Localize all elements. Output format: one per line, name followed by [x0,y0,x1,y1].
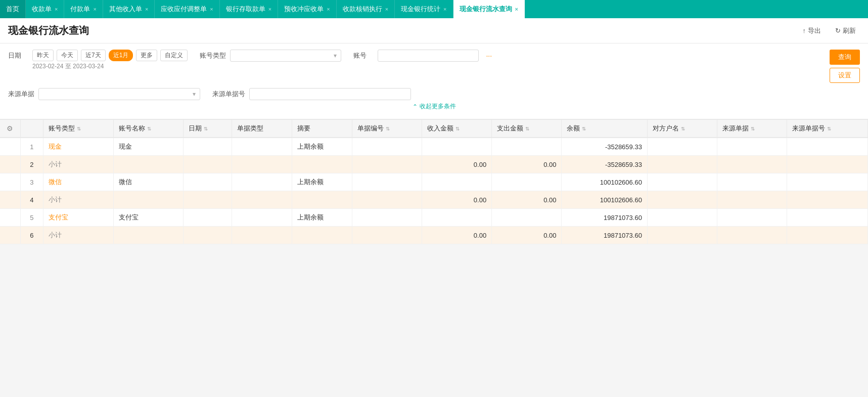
row-summary [292,156,352,173]
row-balance: 19871073.60 [562,209,647,227]
source-doc-select[interactable]: ▾ [38,88,200,100]
table-row: 2小计0.000.00-3528659.33 [0,156,868,173]
th-income[interactable]: 收入金额⇅ [422,120,491,138]
close-tab-icon[interactable]: × [210,6,213,12]
nav-tab-现金银行统计[interactable]: 现金银行统计× [395,0,453,18]
filter-area: 日期 昨天今天近7天近1月更多自定义 2023-02-24 至 2023-03-… [0,43,868,119]
row-summary [292,227,352,244]
close-tab-icon[interactable]: × [443,6,446,12]
row-index: 4 [20,191,43,209]
nav-tab-现金银行流水查询[interactable]: 现金银行流水查询× [453,0,525,18]
nav-tab-银行存取款单[interactable]: 银行存取款单× [220,0,278,18]
nav-tab-收款单[interactable]: 收款单× [26,0,64,18]
account-type-select[interactable]: ▾ [230,50,341,62]
th-date[interactable]: 日期⇅ [184,120,232,138]
nav-tab-其他收入单[interactable]: 其他收入单× [103,0,155,18]
row-source_doc_num [787,227,868,244]
date-btn-自定义[interactable]: 自定义 [160,50,188,61]
th-label-balance: 余额 [567,124,580,133]
th-doc_type: 单据类型 [232,120,292,138]
refresh-icon: ↻ [835,27,841,34]
date-btn-今天[interactable]: 今天 [57,50,78,61]
th-counterpart[interactable]: 对方户名⇅ [647,120,717,138]
sort-icon: ⇅ [77,126,81,131]
row-date [184,156,232,173]
row-balance: -3528659.33 [562,156,647,173]
row-index: 2 [20,156,43,173]
nav-tab-付款单[interactable]: 付款单× [64,0,103,18]
row-account_type: 小计 [43,191,113,209]
row-gear-cell [0,191,20,209]
table-row: 4小计0.000.00100102606.60 [0,191,868,209]
account-filter: 账号 ··· [353,50,495,62]
row-expense [492,138,562,156]
row-account_name [113,191,183,209]
row-date [184,138,232,156]
nav-home-label: 首页 [6,5,19,14]
th-doc_number[interactable]: 单据编号⇅ [352,120,422,138]
account-input[interactable] [378,50,479,62]
row-doc_number [352,156,422,173]
th-account_type[interactable]: 账号类型⇅ [43,120,113,138]
th-label-account_name: 账号名称 [119,124,145,133]
data-table: ⚙账号类型⇅账号名称⇅日期⇅单据类型摘要单据编号⇅收入金额⇅支出金额⇅余额⇅对方… [0,119,868,244]
th-balance[interactable]: 余额⇅ [562,120,647,138]
row-date [184,173,232,191]
th-label-expense: 支出金额 [497,124,523,133]
date-btn-近1月[interactable]: 近1月 [109,50,133,61]
close-tab-icon[interactable]: × [93,6,96,12]
gear-settings-icon[interactable]: ⚙ [7,124,13,133]
row-doc_type [232,173,292,191]
query-button[interactable]: 查询 [830,50,860,65]
nav-tab-应收应付调整单[interactable]: 应收应付调整单× [155,0,219,18]
row-date [184,191,232,209]
nav-tab-label: 付款单 [70,5,90,14]
source-doc-num-input[interactable] [249,88,411,100]
nav-home[interactable]: 首页 [0,0,26,18]
row-gear-cell [0,173,20,191]
account-type-chevron-icon: ▾ [334,52,337,59]
row-index: 3 [20,173,43,191]
row-income: 0.00 [422,227,491,244]
th-label-doc_type: 单据类型 [237,124,263,133]
collapse-bar[interactable]: ⌃ 收起更多条件 [8,100,860,113]
close-tab-icon[interactable]: × [145,6,148,12]
th-label-source_doc: 来源单据 [722,124,749,133]
export-button[interactable]: ↑ 导出 [799,24,826,37]
close-tab-icon[interactable]: × [385,6,388,12]
close-tab-icon[interactable]: × [515,6,518,12]
nav-tab-预收冲应收单[interactable]: 预收冲应收单× [278,0,336,18]
table-row: 6小计0.000.0019871073.60 [0,227,868,244]
row-date [184,227,232,244]
refresh-button[interactable]: ↻ 刷新 [831,24,860,37]
account-more-button[interactable]: ··· [483,51,495,61]
page-header: 现金银行流水查询 ↑ 导出 ↻ 刷新 [0,18,868,43]
close-tab-icon[interactable]: × [268,6,271,12]
row-doc_type [232,191,292,209]
settings-button[interactable]: 设置 [830,68,860,83]
close-tab-icon[interactable]: × [327,6,330,12]
table-container: ⚙账号类型⇅账号名称⇅日期⇅单据类型摘要单据编号⇅收入金额⇅支出金额⇅余额⇅对方… [0,119,868,244]
row-index: 6 [20,227,43,244]
sort-icon: ⇅ [147,126,151,131]
row-expense [492,173,562,191]
th-expense[interactable]: 支出金额⇅ [492,120,562,138]
row-income: 0.00 [422,191,491,209]
sort-icon: ⇅ [386,126,390,131]
date-btn-昨天[interactable]: 昨天 [32,50,54,61]
th-source_doc_num[interactable]: 来源单据号⇅ [787,120,868,138]
close-tab-icon[interactable]: × [55,6,58,12]
sort-icon: ⇅ [525,126,529,131]
th-label-income: 收入金额 [427,124,453,133]
row-account_type: 微信 [43,173,113,191]
row-doc_number [352,209,422,227]
row-counterpart [647,173,717,191]
nav-tab-收款核销执行[interactable]: 收款核销执行× [337,0,395,18]
th-account_name[interactable]: 账号名称⇅ [113,120,183,138]
date-btn-更多[interactable]: 更多 [136,50,157,61]
date-btn-近7天[interactable]: 近7天 [81,50,106,61]
table-row: 3微信微信上期余额100102606.60 [0,173,868,191]
row-doc_number [352,227,422,244]
row-counterpart [647,227,717,244]
th-source_doc[interactable]: 来源单据⇅ [717,120,787,138]
